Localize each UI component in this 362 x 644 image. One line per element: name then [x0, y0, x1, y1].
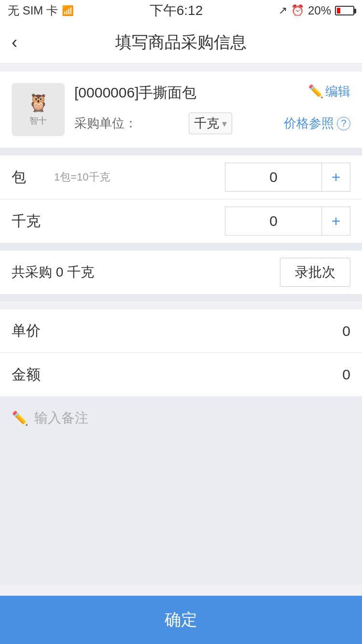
unit-price-value: 0: [342, 323, 350, 339]
bag-input-section: 包 1包=10千克 +: [0, 155, 362, 199]
product-header: [0000006]手撕面包 ✏️ 编辑: [74, 83, 350, 103]
battery-icon: [335, 6, 354, 15]
section-divider-3: [0, 294, 362, 302]
amount-value: 0: [342, 366, 350, 383]
summary-section: 共采购 0 千克 录批次: [0, 251, 362, 294]
bag-label: 包: [12, 168, 50, 187]
kg-plus-button[interactable]: +: [321, 207, 350, 236]
amount-row: 金额 0: [0, 353, 362, 396]
product-card: 🦉 智十 [0000006]手撕面包 ✏️ 编辑 采购单位： 千克 ▾ 价格参照: [0, 71, 362, 148]
product-info: [0000006]手撕面包 ✏️ 编辑 采购单位： 千克 ▾ 价格参照 ?: [74, 83, 350, 134]
edit-icon: ✏️: [308, 84, 323, 99]
bag-plus-button[interactable]: +: [321, 163, 350, 192]
section-divider-2: [0, 243, 362, 251]
confirm-button[interactable]: 确定: [0, 596, 362, 644]
bag-sublabel: 1包=10千克: [54, 170, 110, 184]
kg-input-right: +: [225, 207, 350, 236]
battery-percent: 20%: [308, 4, 331, 17]
edit-button[interactable]: ✏️ 编辑: [308, 83, 350, 100]
unit-select[interactable]: 千克 ▾: [189, 112, 232, 134]
product-name: [0000006]手撕面包: [74, 83, 196, 103]
kg-label: 千克: [12, 211, 50, 231]
product-thumb-label: 智十: [29, 115, 47, 126]
product-thumbnail: 🦉 智十: [12, 83, 65, 136]
product-owl-icon: 🦉: [28, 93, 49, 113]
section-divider-1: [0, 148, 362, 155]
status-left: 无 SIM 卡 📶: [8, 3, 74, 18]
edit-label: 编辑: [325, 83, 350, 100]
product-unit-row: 采购单位： 千克 ▾ 价格参照 ?: [74, 112, 350, 134]
alarm-icon: ⏰: [291, 4, 304, 17]
kg-quantity-input[interactable]: [225, 207, 321, 236]
unit-label: 采购单位：: [74, 115, 137, 132]
location-icon: ↗: [278, 4, 287, 17]
summary-text: 共采购 0 千克: [12, 263, 94, 281]
remark-section[interactable]: ✏️ 输入备注: [0, 396, 362, 440]
pencil-icon: ✏️: [12, 410, 28, 426]
status-bar: 无 SIM 卡 📶 下午6:12 ↗ ⏰ 20%: [0, 0, 362, 21]
summary-row: 共采购 0 千克 录批次: [0, 251, 362, 294]
nav-bar: ‹ 填写商品采购信息: [0, 21, 362, 64]
bag-input-row: 包 1包=10千克 +: [0, 155, 362, 199]
back-button[interactable]: ‹: [12, 32, 17, 53]
carrier-text: 无 SIM 卡: [8, 3, 58, 18]
chevron-down-icon: ▾: [222, 118, 227, 129]
unit-price-label: 单价: [12, 321, 41, 341]
remark-placeholder: 输入备注: [34, 409, 88, 427]
page-title: 填写商品采购信息: [115, 31, 247, 54]
bag-quantity-input[interactable]: [225, 163, 321, 192]
record-batch-button[interactable]: 录批次: [280, 258, 350, 287]
info-icon: ?: [337, 117, 350, 130]
status-right: ↗ ⏰ 20%: [278, 4, 354, 17]
wifi-icon: 📶: [62, 5, 74, 16]
bag-input-right: +: [225, 163, 350, 192]
content-fill-area: [0, 440, 362, 585]
status-time: 下午6:12: [150, 1, 203, 20]
confirm-button-label: 确定: [165, 609, 197, 631]
kg-input-section: 千克 +: [0, 199, 362, 243]
unit-value: 千克: [194, 115, 219, 132]
unit-price-row: 单价 0: [0, 309, 362, 353]
amount-label: 金额: [12, 365, 41, 385]
price-section: 单价 0 金额 0: [0, 309, 362, 396]
kg-input-row: 千克 +: [0, 199, 362, 243]
price-ref-label: 价格参照: [284, 115, 334, 132]
price-ref-button[interactable]: 价格参照 ?: [284, 115, 350, 132]
